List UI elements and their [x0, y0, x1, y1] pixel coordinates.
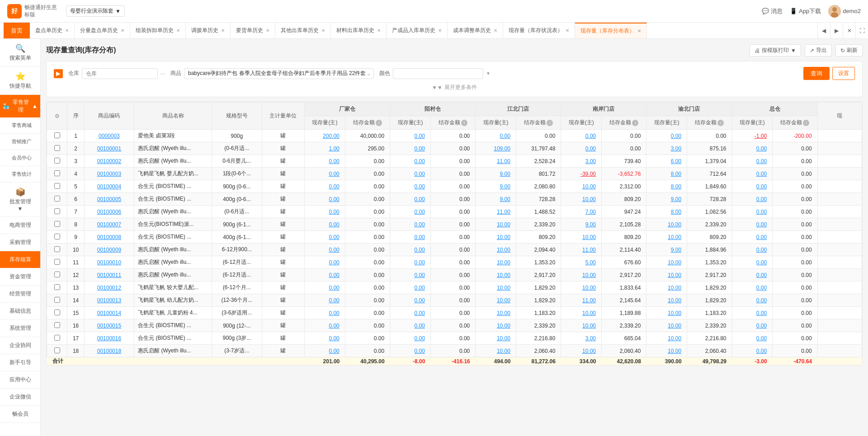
row-w5-qty[interactable]: 8.00 [646, 206, 687, 218]
row-w2-qty[interactable]: 0.00 [390, 155, 431, 168]
row-w3-qty[interactable]: 9.00 [476, 180, 516, 193]
tab-4[interactable]: 调拨单历史✕ [186, 23, 231, 39]
close-icon[interactable]: ✕ [438, 28, 442, 33]
row-w2-qty[interactable]: 0.00 [390, 168, 431, 180]
row-w5-qty[interactable]: 10.00 [646, 307, 687, 319]
tab-11[interactable]: 现存量（库存分布表）✕ [575, 23, 647, 39]
tab-2[interactable]: 分量盘点单历史✕ [75, 23, 130, 39]
row-w3-qty[interactable]: 9.00 [476, 168, 516, 180]
sidebar-item-finance[interactable]: 资金管理 [0, 268, 40, 286]
nav-close-btn[interactable]: ✕ [843, 23, 855, 39]
row-w1-qty[interactable]: 0.00 [305, 180, 345, 193]
row-t-qty[interactable]: 0.00 [732, 180, 773, 193]
row-w1-qty[interactable]: 200.00 [305, 130, 345, 142]
row-t-qty[interactable]: 0.00 [732, 307, 773, 319]
row-check[interactable] [47, 256, 67, 269]
tab-1[interactable]: 盘点单历史✕ [30, 23, 75, 39]
user-menu[interactable]: demo2 [828, 5, 861, 18]
info-icon[interactable]: i [547, 120, 553, 126]
row-t-qty[interactable]: 0.00 [732, 244, 773, 256]
row-w2-qty[interactable]: 0.00 [390, 319, 431, 332]
info-icon[interactable]: i [717, 120, 724, 126]
row-code[interactable]: 00100007 [84, 218, 134, 231]
query-btn[interactable]: 查询 [803, 67, 830, 80]
refresh-btn[interactable]: ↻ 刷新 [835, 44, 863, 56]
row-w2-qty[interactable]: 0.00 [390, 345, 431, 357]
row-t-qty[interactable]: 0.00 [732, 345, 773, 357]
row-code[interactable]: 00100003 [84, 168, 134, 180]
row-w3-qty[interactable]: 10.00 [476, 307, 516, 319]
close-icon[interactable]: ✕ [637, 28, 641, 33]
row-w5-qty[interactable]: 10.00 [646, 281, 687, 294]
row-check[interactable] [47, 319, 67, 332]
tab-5[interactable]: 要货单历史✕ [231, 23, 275, 39]
row-w5-qty[interactable]: 8.00 [646, 180, 687, 193]
print-btn[interactable]: 🖨 按模版打印 ▼ [750, 44, 801, 56]
row-w5-qty[interactable]: 10.00 [646, 332, 687, 345]
row-w4-qty[interactable]: 0.00 [561, 130, 602, 142]
sidebar-item-wechat[interactable]: 企业微信 [0, 389, 40, 406]
row-t-qty[interactable]: 0.00 [732, 332, 773, 345]
row-code[interactable]: 00100004 [84, 180, 134, 193]
row-code[interactable]: 00100009 [84, 244, 134, 256]
row-t-qty[interactable]: 0.00 [732, 256, 773, 269]
row-t-qty[interactable]: 0.00 [732, 155, 773, 168]
row-t-qty[interactable]: 0.00 [732, 168, 773, 180]
row-w3-qty[interactable]: 10.00 [476, 269, 516, 281]
tab-home[interactable]: 首页 [4, 23, 30, 39]
row-w3-qty[interactable]: 109.00 [476, 142, 516, 155]
row-w1-qty[interactable]: 0.00 [305, 269, 345, 281]
row-w4-qty[interactable]: 10.00 [561, 180, 602, 193]
sidebar-item-purchase[interactable]: 采购管理 [0, 234, 40, 251]
row-w4-qty[interactable]: 10.00 [561, 319, 602, 332]
row-w1-qty[interactable]: 0.00 [305, 244, 345, 256]
row-w5-qty[interactable]: 6.00 [646, 155, 687, 168]
row-w2-qty[interactable]: 0.00 [390, 332, 431, 345]
row-check[interactable] [47, 231, 67, 244]
tab-9[interactable]: 成本调整单历史✕ [448, 23, 503, 39]
close-icon[interactable]: ✕ [321, 28, 325, 33]
row-w4-qty[interactable]: 10.00 [561, 307, 602, 319]
row-w5-qty[interactable]: 10.00 [646, 269, 687, 281]
row-code[interactable]: 0000003 [84, 130, 134, 142]
row-w2-qty[interactable]: 0.00 [390, 193, 431, 206]
row-w1-qty[interactable]: 0.00 [305, 256, 345, 269]
row-w1-qty[interactable]: 0.00 [305, 319, 345, 332]
row-check[interactable] [47, 345, 67, 357]
row-w1-qty[interactable]: 0.00 [305, 307, 345, 319]
row-w3-qty[interactable]: 9.00 [476, 193, 516, 206]
row-w3-qty[interactable]: 10.00 [476, 244, 516, 256]
row-w1-qty[interactable]: 0.00 [305, 193, 345, 206]
row-t-qty[interactable]: -1.00 [732, 130, 773, 142]
row-w4-qty[interactable]: 10.00 [561, 345, 602, 357]
row-w5-qty[interactable]: 9.00 [646, 193, 687, 206]
nav-prev-btn[interactable]: ◀ [817, 23, 830, 39]
row-check[interactable] [47, 307, 67, 319]
tab-10[interactable]: 现存量（库存状况表）✕ [503, 23, 575, 39]
expand-arrow-btn[interactable]: ▶ [54, 69, 63, 78]
row-check[interactable] [47, 332, 67, 345]
sidebar-group-retail[interactable]: 🏪 零售管理 ▲ [0, 95, 40, 117]
row-w4-qty[interactable]: 10.00 [561, 269, 602, 281]
company-dropdown[interactable]: 母婴行业演示陈套 ▼ [66, 5, 125, 17]
nav-next-btn[interactable]: ▶ [830, 23, 843, 39]
row-w2-qty[interactable]: 0.00 [390, 307, 431, 319]
info-icon[interactable]: i [803, 120, 809, 126]
tab-3[interactable]: 组装拆卸单历史✕ [130, 23, 186, 39]
row-check[interactable] [47, 168, 67, 180]
sidebar-item-search[interactable]: 🔍 搜索英单 [0, 39, 40, 67]
row-check[interactable] [47, 142, 67, 155]
close-icon[interactable]: ✕ [566, 28, 569, 33]
row-w3-qty[interactable]: 10.00 [476, 345, 516, 357]
row-w2-qty[interactable]: 0.00 [390, 281, 431, 294]
row-w5-qty[interactable]: 10.00 [646, 319, 687, 332]
sidebar-item-collab[interactable]: 企业协同 [0, 337, 40, 354]
row-w1-qty[interactable]: 0.00 [305, 332, 345, 345]
row-w5-qty[interactable]: 0.00 [646, 130, 687, 142]
row-w3-qty[interactable]: 10.00 [476, 332, 516, 345]
row-w2-qty[interactable]: 0.00 [390, 180, 431, 193]
row-w1-qty[interactable]: 0.00 [305, 345, 345, 357]
message-btn[interactable]: 💬 消息 [762, 7, 783, 15]
row-w2-qty[interactable]: 0.00 [390, 294, 431, 307]
row-w4-qty[interactable]: 10.00 [561, 193, 602, 206]
